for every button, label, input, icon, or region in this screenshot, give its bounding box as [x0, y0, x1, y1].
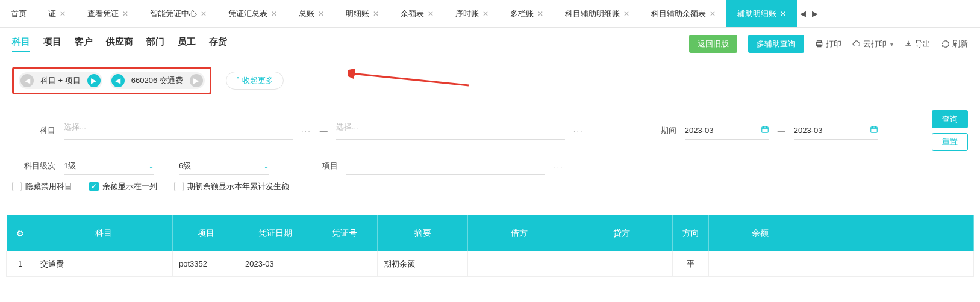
- tab-general-ledger[interactable]: 总账✕: [288, 0, 335, 27]
- table-row[interactable]: 1 交通费 pot3352 2023-03 期初余额 平: [7, 251, 974, 277]
- tab-label: 科目辅助余额表: [651, 8, 706, 19]
- tab-subject-aux-balance[interactable]: 科目辅助余额表✕: [640, 0, 726, 27]
- tab-home[interactable]: 首页: [0, 0, 37, 27]
- cloud-print-link[interactable]: 云打印 ▾: [852, 39, 893, 49]
- dim-project[interactable]: 项目: [43, 36, 61, 52]
- refresh-icon: [941, 40, 950, 48]
- chk-hide-disabled[interactable]: 隐藏禁用科目: [12, 181, 72, 192]
- query-button[interactable]: 查询: [932, 110, 968, 128]
- close-icon[interactable]: ✕: [537, 10, 543, 18]
- annotation-arrow: [348, 64, 475, 88]
- chip-prev-icon[interactable]: ◀: [111, 74, 125, 87]
- result-table: ⚙ 科目 项目 凭证日期 凭证号 摘要 借方 贷方 方向 余额 1 交通费 po…: [6, 215, 974, 277]
- chip-next-icon[interactable]: ▶: [87, 74, 101, 87]
- close-icon[interactable]: ✕: [122, 10, 128, 18]
- multi-aux-query-button[interactable]: 多辅助查询: [748, 35, 804, 53]
- tab-zheng[interactable]: 证✕: [37, 0, 76, 27]
- chk-opening-ytd[interactable]: 期初余额显示本年累计发生额: [174, 181, 289, 192]
- tab-multi-column[interactable]: 多栏账✕: [499, 0, 554, 27]
- tabs-next-icon[interactable]: ▶: [809, 0, 821, 27]
- print-label: 打印: [826, 39, 841, 49]
- chip-account-code[interactable]: ◀ 660206 交通费 ▶: [110, 72, 205, 89]
- tab-label: 首页: [11, 8, 27, 19]
- subject-label: 科目: [12, 125, 55, 136]
- dimension-toolbar-row: 科目 项目 客户 供应商 部门 员工 存货 返回旧版 多辅助查询 打印 云打印 …: [0, 28, 980, 58]
- close-icon[interactable]: ✕: [271, 10, 277, 18]
- highlighted-chip-group: ◀ 科目 + 项目 ▶ ◀ 660206 交通费 ▶: [12, 67, 211, 94]
- level-from-select[interactable]: 1级 ⌄: [64, 157, 154, 175]
- period-from-input[interactable]: 2023-03: [685, 122, 769, 140]
- tab-label: 查看凭证: [87, 8, 119, 19]
- subject-from-input[interactable]: 选择...: [64, 122, 293, 140]
- tab-voucher-summary[interactable]: 凭证汇总表✕: [217, 0, 288, 27]
- checkbox-icon: [174, 182, 184, 191]
- chip-label: 科目 + 项目: [36, 75, 86, 86]
- cell-balance: [709, 251, 811, 277]
- tab-view-voucher[interactable]: 查看凭证✕: [76, 0, 139, 27]
- export-icon: [904, 40, 913, 48]
- cell-extra: [811, 251, 974, 277]
- export-link[interactable]: 导出: [904, 39, 931, 49]
- lookup-icon[interactable]: ···: [573, 126, 584, 135]
- dim-subject[interactable]: 科目: [12, 36, 30, 52]
- collapse-label: 收起更多: [242, 75, 273, 86]
- col-debit: 借方: [468, 215, 570, 251]
- gear-icon: ⚙: [16, 229, 24, 238]
- subject-to-input[interactable]: 选择...: [336, 122, 565, 140]
- collapse-more-pill[interactable]: ˄ 收起更多: [226, 72, 284, 90]
- calendar-icon: [870, 125, 878, 135]
- dim-supplier[interactable]: 供应商: [106, 36, 133, 52]
- close-icon[interactable]: ✕: [373, 10, 379, 18]
- tab-balance-sheet[interactable]: 余额表✕: [390, 0, 445, 27]
- level-to-value: 6级: [179, 161, 191, 171]
- close-icon[interactable]: ✕: [780, 10, 786, 18]
- chip-prev-icon[interactable]: ◀: [20, 74, 34, 87]
- tab-subject-aux-detail[interactable]: 科目辅助明细账✕: [554, 0, 640, 27]
- close-icon[interactable]: ✕: [623, 10, 629, 18]
- dim-inventory[interactable]: 存货: [209, 36, 227, 52]
- project-input[interactable]: [346, 157, 545, 175]
- dim-customer[interactable]: 客户: [75, 36, 93, 52]
- tab-label: 证: [48, 8, 56, 19]
- tab-aux-detail[interactable]: 辅助明细账✕: [726, 0, 797, 27]
- lookup-icon[interactable]: ···: [554, 162, 564, 171]
- tabs-prev-icon[interactable]: ◀: [797, 0, 809, 27]
- filters-panel: 科目 选择... ··· — 选择... ··· 期间 2023-03 — 20…: [0, 100, 980, 200]
- dim-employee[interactable]: 员工: [178, 36, 196, 52]
- tab-label: 科目辅助明细账: [565, 8, 620, 19]
- cloud-print-icon: [852, 40, 861, 48]
- close-icon[interactable]: ✕: [201, 10, 207, 18]
- tab-smart-voucher[interactable]: 智能凭证中心✕: [139, 0, 217, 27]
- chip-next-icon[interactable]: ▶: [190, 74, 203, 87]
- reset-button[interactable]: 重置: [932, 133, 968, 151]
- chk-balance-one-col[interactable]: ✓ 余额显示在一列: [89, 181, 157, 192]
- cell-debit: [468, 251, 570, 277]
- close-icon[interactable]: ✕: [318, 10, 324, 18]
- range-dash: —: [163, 162, 170, 171]
- close-icon[interactable]: ✕: [428, 10, 434, 18]
- cell-dir: 平: [673, 251, 709, 277]
- tab-chrono-ledger[interactable]: 序时账✕: [445, 0, 499, 27]
- tab-detail-ledger[interactable]: 明细账✕: [335, 0, 390, 27]
- svg-rect-5: [870, 127, 877, 132]
- col-gear[interactable]: ⚙: [7, 215, 34, 251]
- chk-label: 期初余额显示本年累计发生额: [187, 181, 289, 192]
- lookup-icon[interactable]: ···: [301, 126, 311, 135]
- chevron-down-icon: ▾: [890, 41, 893, 48]
- range-dash: —: [320, 126, 328, 135]
- range-dash: —: [778, 126, 785, 135]
- svg-line-3: [351, 73, 469, 85]
- refresh-link[interactable]: 刷新: [941, 39, 968, 49]
- return-old-button[interactable]: 返回旧版: [689, 35, 737, 53]
- close-icon[interactable]: ✕: [60, 10, 66, 18]
- close-icon[interactable]: ✕: [482, 10, 488, 18]
- chip-subject-project[interactable]: ◀ 科目 + 项目 ▶: [19, 72, 102, 89]
- close-icon[interactable]: ✕: [710, 10, 716, 18]
- print-link[interactable]: 打印: [815, 39, 841, 49]
- period-to-input[interactable]: 2023-03: [794, 122, 878, 140]
- cell-date: 2023-03: [239, 251, 311, 277]
- dimension-tabs: 科目 项目 客户 供应商 部门 员工 存货: [12, 36, 227, 52]
- level-to-select[interactable]: 6级 ⌄: [179, 157, 269, 175]
- col-date: 凭证日期: [239, 215, 311, 251]
- dim-department[interactable]: 部门: [146, 36, 164, 52]
